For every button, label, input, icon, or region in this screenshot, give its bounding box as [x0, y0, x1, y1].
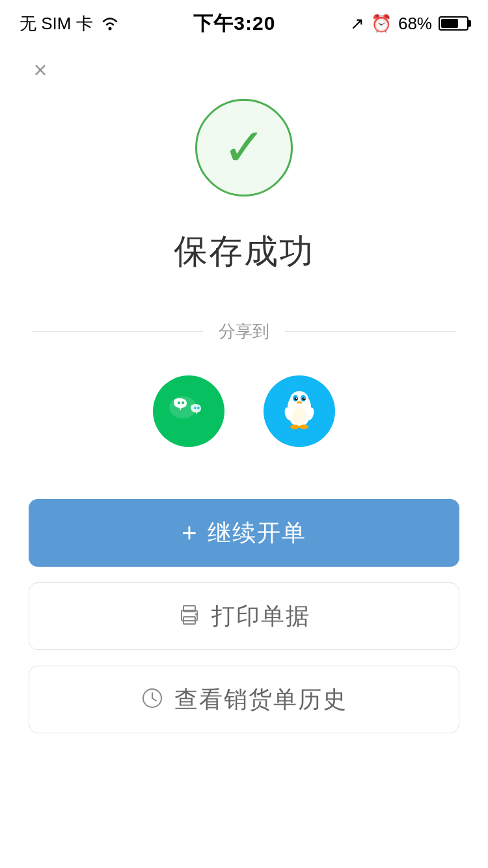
share-label: 分享到 [203, 320, 285, 343]
plus-icon: + [182, 520, 197, 546]
continue-order-button[interactable]: + 继续开单 [29, 499, 459, 567]
checkmark-icon: ✓ [223, 122, 266, 174]
svg-point-3 [178, 401, 180, 404]
action-buttons: + 继续开单 打印单据 查看销货单历史 [0, 499, 488, 733]
carrier-text: 无 SIM 卡 [20, 12, 93, 35]
battery-icon [439, 16, 468, 31]
svg-point-0 [108, 27, 111, 31]
location-icon: ↗ [350, 14, 364, 34]
print-order-button[interactable]: 打印单据 [29, 582, 459, 650]
status-time: 下午3:20 [193, 10, 275, 37]
svg-point-19 [299, 425, 308, 429]
qq-share-button[interactable] [264, 375, 335, 447]
status-left: 无 SIM 卡 [20, 12, 119, 35]
svg-point-4 [182, 401, 184, 404]
continue-order-text: 继续开单 [208, 517, 306, 549]
share-divider: 分享到 [0, 320, 488, 343]
svg-point-25 [195, 613, 197, 615]
view-history-text: 查看销货单历史 [174, 684, 347, 716]
close-button[interactable]: × [23, 53, 57, 87]
success-circle: ✓ [195, 99, 293, 197]
svg-point-5 [194, 407, 197, 409]
print-icon [178, 604, 201, 629]
svg-point-13 [296, 398, 297, 399]
svg-point-6 [197, 407, 200, 409]
alarm-icon: ⏰ [371, 14, 392, 34]
battery-percent: 68% [398, 14, 432, 34]
status-right: ↗ ⏰ 68% [350, 14, 468, 34]
close-icon: × [33, 59, 47, 82]
wifi-icon [101, 16, 119, 31]
qq-icon [280, 389, 318, 433]
svg-point-14 [304, 398, 305, 399]
wechat-share-button[interactable] [153, 375, 224, 447]
history-icon [141, 686, 164, 713]
divider-line-left [33, 331, 203, 332]
status-bar: 无 SIM 卡 下午3:20 ↗ ⏰ 68% [0, 0, 488, 47]
view-history-button[interactable]: 查看销货单历史 [29, 666, 459, 733]
print-order-text: 打印单据 [211, 601, 310, 632]
divider-line-right [285, 331, 455, 332]
success-title: 保存成功 [174, 229, 314, 275]
main-content: ✓ 保存成功 分享到 [0, 47, 488, 733]
svg-point-18 [290, 425, 299, 429]
wechat-icon [167, 393, 210, 429]
svg-point-17 [292, 407, 306, 424]
share-icons [153, 375, 335, 447]
